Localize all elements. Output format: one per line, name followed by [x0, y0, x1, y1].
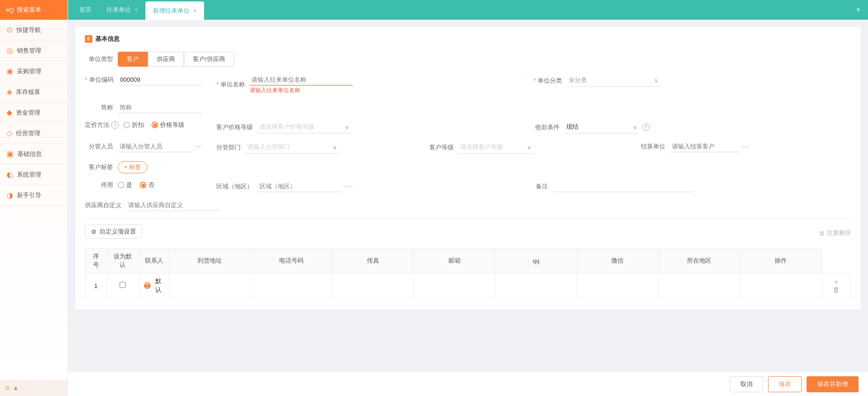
- radio-price-level[interactable]: 价格等级: [152, 121, 184, 129]
- code-field: 单位编码 000009: [85, 74, 216, 85]
- radio-no-circle: [140, 182, 146, 188]
- row-email[interactable]: [495, 273, 577, 298]
- row-index: 1: [85, 273, 107, 298]
- region-more-button[interactable]: ···: [342, 182, 352, 191]
- add-tag-button[interactable]: + 标签: [118, 161, 147, 173]
- section-divider: [85, 218, 851, 219]
- unit-type-btn-0[interactable]: 客户: [118, 52, 148, 67]
- row-region[interactable]: [740, 273, 822, 298]
- row-region-input[interactable]: [745, 282, 817, 289]
- row-checkbox[interactable]: [107, 273, 139, 298]
- fax-input[interactable]: [419, 282, 490, 289]
- code-input[interactable]: 000009: [118, 74, 203, 85]
- sidebar-item-inventory[interactable]: ◈库存核算: [0, 82, 68, 102]
- save-button[interactable]: 保存: [768, 376, 802, 392]
- region-input[interactable]: [258, 181, 342, 192]
- tab-contacts[interactable]: 往来单位 ×: [99, 0, 145, 20]
- form-card: F 基本信息 单位类型 客户供应商客户/供应商 单位编码 000009: [76, 27, 860, 310]
- tab-new-contact-close[interactable]: ×: [193, 8, 197, 14]
- row-wechat[interactable]: [658, 273, 740, 298]
- name-input[interactable]: [250, 74, 353, 85]
- radio-no[interactable]: 否: [140, 181, 154, 189]
- phone-input[interactable]: [337, 282, 409, 289]
- sidebar-item-sales[interactable]: ◎销售管理: [0, 40, 68, 61]
- row-qq[interactable]: [577, 273, 658, 298]
- email-input[interactable]: [500, 282, 572, 289]
- customer-level-chevron-icon: ∨: [527, 144, 532, 151]
- manager-input[interactable]: [118, 141, 193, 152]
- tab-home[interactable]: 首页: [72, 0, 99, 20]
- wechat-input[interactable]: [663, 282, 735, 289]
- tab-new-contact[interactable]: 新增往来单位 ×: [145, 1, 204, 20]
- price-level-select[interactable]: 请选择客户价格等级 ∨: [258, 121, 351, 133]
- table-column-header: 传真: [332, 248, 414, 273]
- shortname-input[interactable]: [118, 102, 202, 113]
- table-column-header: 到货地址: [169, 248, 251, 273]
- payment-terms-chevron-icon: ∨: [633, 124, 638, 131]
- shortname-row: 简称: [85, 102, 851, 113]
- sidebar-item-finance[interactable]: ◆资金管理: [0, 102, 68, 123]
- row-fax[interactable]: [414, 273, 495, 298]
- tab-bar-close-all[interactable]: ×: [853, 4, 864, 16]
- price-level-chevron-icon: ∨: [345, 124, 350, 131]
- pricing-row: 定价方法 ? 折扣 价格等级: [85, 121, 851, 133]
- payment-terms-select[interactable]: 现结 ∨: [564, 121, 640, 133]
- sidebar-search[interactable]: ≡Q 搜索菜单: [0, 0, 68, 20]
- code-name-row: 单位编码 000009 单位名称 请输入往来单位名称 单位分类 未分类: [85, 74, 851, 94]
- name-field: 单位名称 请输入往来单位名称: [216, 74, 534, 94]
- customer-level-label: 客户等级: [428, 143, 458, 152]
- payment-terms-help-icon[interactable]: ?: [642, 124, 650, 131]
- radio-discount[interactable]: 折扣: [123, 121, 144, 129]
- pricing-label: 定价方法 ?: [85, 121, 123, 129]
- radio-yes[interactable]: 是: [118, 181, 132, 189]
- sidebar-sales-icon: ◎: [7, 46, 13, 55]
- customer-level-select[interactable]: 请选择客户等级 ∨: [458, 141, 533, 154]
- disable-field: 停用 是 否: [85, 181, 216, 189]
- settlement-more-button[interactable]: ···: [740, 142, 750, 151]
- customer-level-field: 客户等级 请选择客户等级 ∨: [428, 141, 640, 154]
- sidebar-item-newbie[interactable]: ◑新手引导: [0, 185, 68, 206]
- row-checkbox-input[interactable]: [120, 282, 126, 288]
- sidebar-item-quicknav[interactable]: ⊙快捷导航: [0, 20, 68, 40]
- custom-settings-button[interactable]: ⚙ 自定义项设置: [85, 225, 142, 239]
- sidebar-item-operations[interactable]: ◇经营管理: [0, 123, 68, 144]
- tags-row: 客户标签 + 标签: [85, 161, 851, 173]
- contact-input[interactable]: [174, 282, 246, 289]
- sidebar-item-purchase[interactable]: ◉采购管理: [0, 61, 68, 82]
- qq-input[interactable]: [582, 282, 654, 289]
- settlement-input[interactable]: [670, 141, 740, 152]
- dept-select[interactable]: 请输入分管部门 ∨: [245, 141, 339, 154]
- unit-type-field: 单位类型 客户供应商客户/供应商: [85, 52, 851, 67]
- row-phone[interactable]: [332, 273, 414, 298]
- contacts-table: 序号设为默认联系人到货地址电话号码传真邮箱qq微信所在地区操作 1 默认 + 🗑: [85, 248, 851, 298]
- sidebar-item-base[interactable]: ▣基础信息: [0, 144, 68, 164]
- dept-label: 分管部门: [216, 143, 245, 152]
- tab-contacts-close[interactable]: ×: [135, 7, 138, 13]
- row-add-button[interactable]: +: [832, 278, 840, 286]
- settlement-label: 结算单位: [640, 142, 670, 151]
- sidebar-operations-icon: ◇: [7, 129, 12, 138]
- table-column-header: 微信: [577, 248, 658, 273]
- row-contact[interactable]: [169, 273, 251, 298]
- tags-label: 客户标签: [85, 163, 118, 171]
- save-new-button[interactable]: 保存并新增: [807, 376, 859, 392]
- address-input[interactable]: [255, 282, 327, 289]
- row-address[interactable]: [251, 273, 332, 298]
- row-delete-button[interactable]: 🗑: [831, 286, 842, 294]
- unit-type-btn-2[interactable]: 客户/供应商: [184, 52, 234, 67]
- pricing-help-icon[interactable]: ?: [111, 121, 119, 129]
- manager-more-button[interactable]: ···: [193, 142, 203, 151]
- disable-label: 停用: [85, 181, 118, 189]
- remarks-input[interactable]: [553, 181, 693, 192]
- cancel-button[interactable]: 取消: [730, 376, 763, 392]
- remarks-field: 备注: [534, 181, 852, 192]
- price-level-label: 客户价格等级: [216, 123, 258, 132]
- batch-delete-button[interactable]: 🗑 批量删除: [819, 229, 851, 237]
- sidebar-item-system[interactable]: ◐系统管理: [0, 164, 68, 185]
- unit-type-btn-1[interactable]: 供应商: [148, 52, 184, 67]
- supplier-custom-input[interactable]: [126, 200, 220, 211]
- category-select[interactable]: 未分类 ∨: [567, 74, 661, 87]
- table-column-header: 所在地区: [658, 248, 740, 273]
- name-label: 单位名称: [216, 80, 250, 89]
- sidebar: ≡Q 搜索菜单 ⊙快捷导航◎销售管理◉采购管理◈库存核算◆资金管理◇经营管理▣基…: [0, 0, 68, 396]
